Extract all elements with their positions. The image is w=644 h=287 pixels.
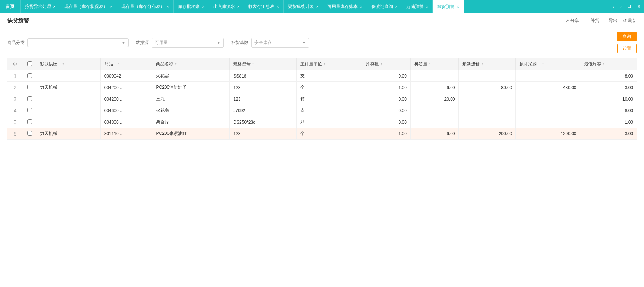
row-select-checkbox[interactable]: [27, 73, 32, 78]
col-header-supplier[interactable]: 默认供应...↕: [36, 58, 100, 70]
row-num-3: 3: [7, 93, 23, 105]
row-num-4: 4: [7, 105, 23, 116]
nav-next-arrow[interactable]: ›: [617, 4, 625, 9]
nav-tab-order-stats[interactable]: 要货单统计表×: [284, 0, 323, 13]
datasource-filter-group: 数据源 可用量 ▼: [136, 38, 224, 48]
gear-settings-icon[interactable]: ⚙: [13, 62, 17, 67]
close-tab-inventory-status[interactable]: ×: [110, 4, 112, 9]
nav-tab-overstock[interactable]: 超储预警×: [402, 0, 433, 13]
row-select-checkbox[interactable]: [27, 96, 32, 101]
table-row: 6力天机械801110...PC200张紧油缸123个-1.006.00200.…: [7, 128, 637, 140]
cell-stock-6: -1.00: [362, 128, 411, 140]
share-icon: ↗: [565, 18, 569, 23]
nav-tab-batch-account[interactable]: 库存批次账×: [174, 0, 209, 13]
replenish-button[interactable]: ＋ 补货: [585, 18, 599, 24]
cell-stock-2: -1.00: [362, 82, 411, 93]
row-select-checkbox[interactable]: [27, 85, 32, 89]
cell-product-name-6: PC200张紧油缸: [152, 128, 230, 140]
close-tab-inventory-dist[interactable]: ×: [167, 4, 169, 9]
col-header-est_purchase[interactable]: 预计采购...↕: [516, 58, 580, 70]
nav-tab-inventory-status[interactable]: 现存量（库存状况表）×: [60, 0, 117, 13]
row-select-checkbox[interactable]: [27, 119, 32, 124]
cell-latest-price-3: [459, 93, 516, 105]
nav-tab-home[interactable]: 首页: [0, 0, 21, 13]
table-row: 4004600...火花塞J7092支0.008.00: [7, 105, 637, 116]
nav-tab-expiry-query[interactable]: 保质期查询×: [367, 0, 402, 13]
page-header: 缺货预警 ↗ 分享 ＋ 补货 ↓ 导出 ↺ 刷新: [0, 13, 644, 27]
datasource-select[interactable]: 可用量 ▼: [152, 38, 224, 48]
cell-est-purchase-1: [516, 70, 580, 82]
col-header-min_stock[interactable]: 最低库存↕: [580, 58, 637, 70]
close-tab-batch-account[interactable]: ×: [202, 4, 204, 9]
nav-expand-icon[interactable]: ⊡: [625, 4, 634, 9]
col-header-latest_price[interactable]: 最新进价↕: [459, 58, 516, 70]
sort-icon-stock: ↕: [380, 62, 382, 66]
close-tab-overstock[interactable]: ×: [426, 4, 428, 9]
row-checkbox-4[interactable]: [23, 105, 36, 116]
sort-icon-product_name: ↕: [175, 62, 177, 66]
close-tab-collect-summary[interactable]: ×: [277, 4, 279, 9]
row-checkbox-5[interactable]: [23, 116, 36, 128]
cell-unit-2: 个: [297, 82, 362, 93]
filter-bar: 商品分类 ▼ 数据源 可用量 ▼ 补货基数 安全库存 ▼ 查询 设置: [0, 27, 644, 58]
row-checkbox-3[interactable]: [23, 93, 36, 105]
close-tab-order-stats[interactable]: ×: [316, 4, 318, 9]
cell-product-code-3: 004200...: [100, 93, 152, 105]
col-header-product_code[interactable]: 商品...↕: [100, 58, 152, 70]
nav-tab-inventory-dist[interactable]: 现存量（库存分布表）×: [117, 0, 174, 13]
query-button[interactable]: 查询: [617, 32, 637, 41]
nav-tab-abnormal[interactable]: 拣货异常处理×: [21, 0, 60, 13]
shortage-table: ⚙默认供应...↕商品...↕商品名称↕规格型号↕主计量单位↕库存量↕补货量↕最…: [7, 58, 637, 140]
close-tab-expiry-query[interactable]: ×: [395, 4, 397, 9]
close-tab-in-out-flow[interactable]: ×: [237, 4, 239, 9]
replenish-base-select[interactable]: 安全库存 ▼: [251, 38, 309, 48]
cell-product-name-1: 火花塞: [152, 70, 230, 82]
col-header-spec[interactable]: 规格型号↕: [230, 58, 297, 70]
close-tab-abnormal[interactable]: ×: [53, 4, 55, 9]
nav-tab-available-ledger[interactable]: 可用量库存账本×: [323, 0, 367, 13]
table-row: 3004200...三九123箱0.0020.0010.00: [7, 93, 637, 105]
refresh-icon: ↺: [623, 18, 627, 23]
close-tab-available-ledger[interactable]: ×: [360, 4, 362, 9]
col-header-product_name[interactable]: 商品名称↕: [152, 58, 230, 70]
cell-spec-5: DS250*23c...: [230, 116, 297, 128]
row-checkbox-6[interactable]: [23, 128, 36, 140]
nav-prev-arrow[interactable]: ‹: [610, 4, 617, 9]
col-header-stock[interactable]: 库存量↕: [362, 58, 411, 70]
settings-button[interactable]: 设置: [617, 44, 637, 53]
category-select[interactable]: ▼: [27, 38, 129, 47]
cell-product-name-4: 火花塞: [152, 105, 230, 116]
cell-min-stock-6: 3.00: [580, 128, 637, 140]
col-header-unit[interactable]: 主计量单位↕: [297, 58, 362, 70]
header-actions: ↗ 分享 ＋ 补货 ↓ 导出 ↺ 刷新: [565, 18, 637, 24]
cell-min-stock-1: 8.00: [580, 70, 637, 82]
sort-icon-est_purchase: ↕: [542, 62, 544, 66]
nav-tab-shortage[interactable]: 缺货预警×: [433, 0, 464, 13]
filter-actions: 查询 设置: [617, 32, 637, 53]
page-title: 缺货预警: [7, 17, 565, 24]
cell-product-code-6: 801110...: [100, 128, 152, 140]
cell-est-purchase-6: 1200.00: [516, 128, 580, 140]
cell-stock-1: 0.00: [362, 70, 411, 82]
datasource-value: 可用量: [155, 40, 217, 46]
nav-close-all-icon[interactable]: ✕: [634, 4, 644, 9]
select-all-checkbox[interactable]: [27, 61, 32, 66]
category-dropdown-arrow: ▼: [122, 41, 125, 45]
cell-latest-price-5: [459, 116, 516, 128]
row-select-checkbox[interactable]: [27, 131, 32, 136]
cell-est-purchase-5: [516, 116, 580, 128]
export-button[interactable]: ↓ 导出: [605, 18, 617, 24]
row-checkbox-1[interactable]: [23, 70, 36, 82]
col-header-replenish_qty[interactable]: 补货量↕: [410, 58, 459, 70]
nav-tab-in-out-flow[interactable]: 出入库流水×: [209, 0, 244, 13]
share-button[interactable]: ↗ 分享: [565, 18, 579, 24]
refresh-button[interactable]: ↺ 刷新: [623, 18, 637, 24]
table-body: 10000042火花塞SS816支0.008.002力天机械004200...P…: [7, 70, 637, 140]
nav-tab-collect-summary[interactable]: 收发存汇总表×: [244, 0, 283, 13]
row-num-6: 6: [7, 128, 23, 140]
cell-latest-price-6: 200.00: [459, 128, 516, 140]
row-checkbox-2[interactable]: [23, 82, 36, 93]
close-tab-shortage[interactable]: ×: [457, 4, 459, 9]
cell-unit-5: 只: [297, 116, 362, 128]
row-select-checkbox[interactable]: [27, 108, 32, 112]
